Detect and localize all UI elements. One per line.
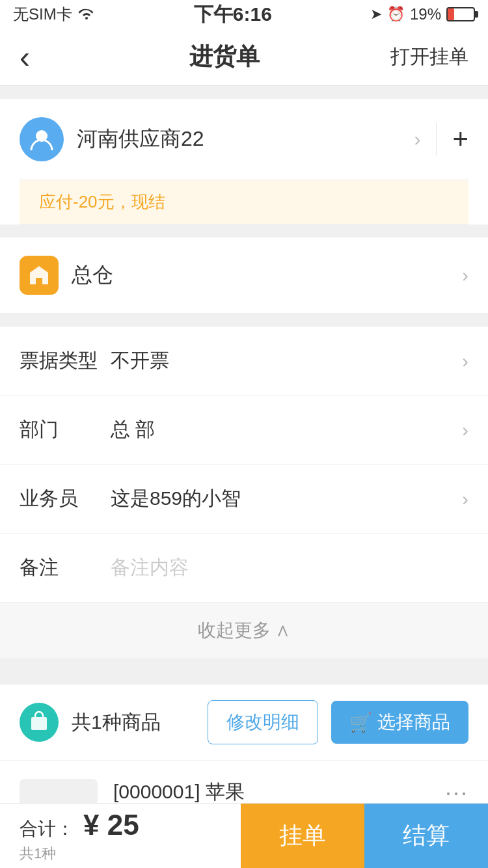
checkout-button[interactable]: 结算: [364, 804, 488, 868]
add-divider: [436, 123, 437, 156]
battery-label: 19%: [410, 5, 441, 23]
invoice-type-value: 不开票: [111, 347, 462, 374]
select-product-icon: 🛒: [349, 712, 372, 733]
product-name: [0000001] 苹果: [113, 779, 429, 806]
section-divider-4: [0, 658, 488, 671]
nav-bar: ‹ 进货单 打开挂单: [0, 29, 488, 86]
bottom-total: 合计： ¥ 25 共1种: [0, 804, 241, 868]
remark-placeholder: 备注内容: [111, 554, 468, 581]
department-chevron: ›: [462, 419, 468, 441]
invoice-type-chevron: ›: [462, 350, 468, 372]
invoice-type-label: 票据类型: [20, 347, 111, 374]
battery-icon: [446, 7, 475, 21]
supplier-row[interactable]: 河南供应商22 › +: [20, 99, 468, 180]
add-supplier-button[interactable]: +: [452, 124, 468, 155]
remark-label: 备注: [20, 554, 111, 581]
department-value: 总 部: [111, 416, 462, 443]
edit-detail-button[interactable]: 修改明细: [208, 700, 318, 744]
status-bar: 无SIM卡 下午6:16 ➤ ⏰ 19%: [0, 0, 488, 29]
products-header: 共1种商品 修改明细 🛒 选择商品: [0, 685, 488, 760]
salesperson-label: 业务员: [20, 485, 111, 512]
bottom-bar: 合计： ¥ 25 共1种 挂单 结算: [0, 803, 488, 868]
svg-rect-1: [36, 278, 42, 284]
status-time: 下午6:16: [194, 1, 272, 28]
products-count: 共1种商品: [72, 709, 195, 736]
open-pending-button[interactable]: 打开挂单: [390, 44, 468, 70]
section-divider-2: [0, 224, 488, 237]
total-count: 共1种: [20, 844, 139, 863]
supplier-name: 河南供应商22: [77, 125, 414, 154]
pending-button[interactable]: 挂单: [241, 804, 364, 868]
supplier-section: 河南供应商22 › + 应付-20元，现结: [0, 99, 488, 224]
remark-row[interactable]: 备注 备注内容: [0, 533, 488, 602]
warehouse-row[interactable]: 总仓 ›: [20, 237, 468, 313]
supplier-notice: 应付-20元，现结: [20, 180, 468, 224]
salesperson-row[interactable]: 业务员 这是859的小智 ›: [0, 464, 488, 533]
warehouse-icon: [20, 256, 59, 295]
total-amount: ¥ 25: [83, 809, 139, 841]
warehouse-section: 总仓 ›: [0, 237, 488, 313]
warehouse-name: 总仓: [72, 261, 462, 290]
product-code: [0000001] 苹果: [113, 781, 245, 802]
select-product-button[interactable]: 🛒 选择商品: [331, 701, 468, 744]
alarm-icon: ⏰: [387, 6, 405, 23]
status-left: 无SIM卡: [13, 4, 96, 25]
warehouse-chevron-icon: ›: [462, 264, 468, 286]
select-product-label: 选择商品: [377, 710, 450, 735]
page-title: 进货单: [189, 41, 260, 73]
salesperson-chevron: ›: [462, 488, 468, 510]
department-label: 部门: [20, 416, 111, 443]
product-more-button[interactable]: ···: [445, 779, 468, 806]
wifi-icon: [77, 5, 96, 23]
supplier-avatar: [20, 117, 64, 161]
department-row[interactable]: 部门 总 部 ›: [0, 395, 488, 464]
collapse-toggle[interactable]: 收起更多 ∧: [0, 602, 488, 658]
collapse-label: 收起更多 ∧: [198, 620, 291, 640]
section-divider-3: [0, 313, 488, 326]
location-icon: ➤: [370, 6, 382, 23]
svg-rect-2: [31, 717, 47, 730]
products-icon: [20, 703, 59, 742]
status-right: ➤ ⏰ 19%: [370, 5, 475, 23]
total-label: 合计：: [20, 817, 74, 841]
back-button[interactable]: ‹: [20, 39, 59, 75]
carrier-label: 无SIM卡: [13, 4, 72, 25]
form-section: 票据类型 不开票 › 部门 总 部 › 业务员 这是859的小智 › 备注 备注…: [0, 326, 488, 602]
salesperson-value: 这是859的小智: [111, 485, 462, 512]
invoice-type-row[interactable]: 票据类型 不开票 ›: [0, 326, 488, 395]
section-divider-1: [0, 86, 488, 99]
supplier-chevron-icon: ›: [414, 128, 420, 150]
